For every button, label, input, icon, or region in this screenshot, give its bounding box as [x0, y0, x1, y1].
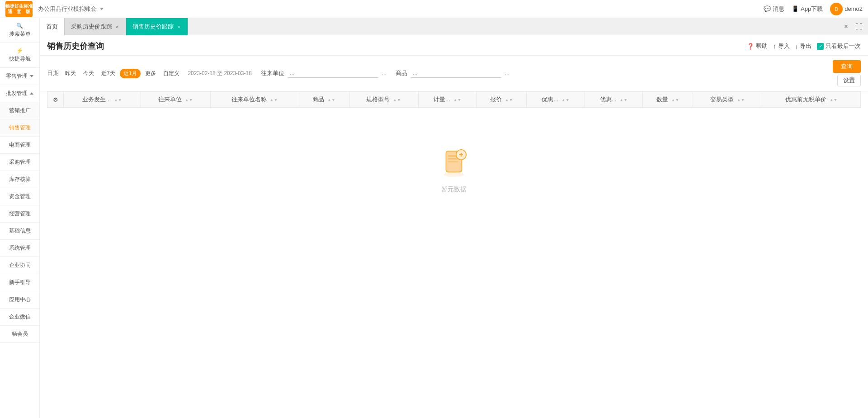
sort-icon: ▲▼ [619, 98, 627, 102]
sort-icon: ▲▼ [830, 98, 838, 102]
col-partner-code[interactable]: 往来单位 ▲▼ [141, 92, 210, 108]
sort-icon: ▲▼ [505, 98, 513, 102]
only-last-checkbox-group[interactable]: ✓ 只看最后一次 [817, 42, 861, 50]
col-goods[interactable]: 商品 ▲▼ [299, 92, 349, 108]
avatar: D [830, 3, 843, 15]
partner-label: 往来单位 [261, 69, 284, 77]
col-qty[interactable]: 数量 ▲▼ [643, 92, 693, 108]
date-opt-last1m[interactable]: 近1月 [120, 69, 141, 78]
empty-text: 暂元数据 [441, 185, 467, 194]
sort-icon: ▲▼ [561, 98, 570, 102]
tab-home[interactable]: 首页 [40, 18, 65, 35]
date-opt-yesterday[interactable]: 昨天 [62, 69, 79, 78]
col-spec[interactable]: 规格型号 ▲▼ [349, 92, 418, 108]
search-icon: 🔍 [16, 23, 23, 29]
date-opt-custom[interactable]: 自定义 [160, 69, 182, 78]
window-close-icon[interactable]: × [842, 22, 850, 32]
export-button[interactable]: ↓ 导出 [795, 42, 812, 50]
col-gear[interactable]: ⚙ [47, 92, 64, 108]
partner-input[interactable] [288, 69, 378, 78]
sidebar-item-retail-mgmt[interactable]: 零售管理 [0, 68, 39, 85]
only-last-checkbox[interactable]: ✓ [817, 43, 824, 50]
app-selector[interactable]: 办公用品行业模拟账套 [38, 5, 764, 13]
tab-sales-history[interactable]: 销售历史价跟踪 × [126, 18, 188, 35]
message-button[interactable]: 💬 消息 [764, 5, 784, 13]
partner-dots: ... [382, 70, 387, 76]
sidebar: 🔍 搜索菜单 ⚡ 快捷导航 零售管理 批发管理 营销推广 销售管理 电商管理 采… [0, 18, 40, 418]
sidebar-item-finance-mgmt[interactable]: 资金管理 [0, 188, 39, 205]
col-trade-type[interactable]: 交易类型 ▲▼ [693, 92, 762, 108]
sidebar-item-new-guide[interactable]: 新手引导 [0, 274, 39, 291]
date-opt-today[interactable]: 今天 [80, 69, 97, 78]
sidebar-item-app-center[interactable]: 应用中心 [0, 291, 39, 309]
sidebar-item-ecom-mgmt[interactable]: 电商管理 [0, 137, 39, 154]
date-range-text: 2023-02-18 至 2023-03-18 [188, 70, 251, 77]
settings-button[interactable]: 设置 [837, 75, 861, 86]
tab-purchase-history[interactable]: 采购历史价跟踪 × [65, 18, 126, 35]
date-opt-more[interactable]: 更多 [142, 69, 159, 78]
sidebar-item-enterprise-collab[interactable]: 企业协同 [0, 257, 39, 274]
sidebar-item-marketing[interactable]: 营销推广 [0, 102, 39, 119]
top-bar: 畅捷通 好生意 标准版 办公用品行业模拟账套 💬 消息 📱 App下载 D de… [0, 0, 868, 18]
sidebar-item-system-mgmt[interactable]: 系统管理 [0, 240, 39, 257]
sidebar-item-wholesale-mgmt[interactable]: 批发管理 [0, 85, 39, 102]
sort-icon: ▲▼ [270, 98, 278, 102]
svg-point-0 [444, 172, 464, 177]
filter-action-area: 查询 设置 [833, 60, 861, 86]
tabs-bar: 首页 采购历史价跟踪 × 销售历史价跟踪 × × ⛶ [40, 18, 868, 35]
sidebar-item-inventory[interactable]: 库存核算 [0, 171, 39, 188]
sort-icon: ▲▼ [185, 98, 193, 102]
chevron-down-icon [100, 8, 104, 10]
page-header-actions: ❓ 帮助 ↑ 导入 ↓ 导出 ✓ 只看最后一 [747, 42, 861, 50]
tab-close-sales-history[interactable]: × [176, 24, 181, 30]
sidebar-item-vip[interactable]: 畅会员 [0, 326, 39, 343]
col-unit[interactable]: 计量... ▲▼ [418, 92, 476, 108]
page-title: 销售历史价查询 [47, 41, 104, 52]
data-table-wrap: ⚙ 业务发生... ▲▼ 往来单位 ▲▼ 往来单位名称 [40, 91, 868, 230]
date-filter-group: 日期 昨天 今天 近7天 近1月 更多 自定义 2023-02-18 至 202… [47, 69, 252, 78]
sidebar-item-basic-info[interactable]: 基础信息 [0, 223, 39, 240]
sidebar-item-sales-mgmt[interactable]: 销售管理 [0, 119, 39, 137]
chevron-up-icon [30, 92, 33, 95]
col-partner-name[interactable]: 往来单位名称 ▲▼ [210, 92, 299, 108]
import-button[interactable]: ↑ 导入 [773, 42, 790, 50]
app-logo[interactable]: 畅捷通 好生意 标准版 [5, 1, 33, 17]
goods-dots: ... [505, 70, 509, 76]
sidebar-item-enterprise-wechat[interactable]: 企业微信 [0, 309, 39, 326]
col-discount1[interactable]: 优惠... ▲▼ [527, 92, 585, 108]
export-icon: ↓ [795, 43, 798, 50]
goods-label: 商品 [396, 69, 407, 77]
window-maximize-icon[interactable]: ⛶ [854, 22, 864, 32]
page-content: 销售历史价查询 ❓ 帮助 ↑ 导入 ↓ 导出 [40, 35, 868, 418]
empty-illustration [436, 144, 472, 180]
sidebar-item-ops-mgmt[interactable]: 经营管理 [0, 205, 39, 223]
check-icon: ✓ [819, 44, 822, 49]
empty-state: 暂元数据 [47, 108, 861, 230]
col-price[interactable]: 报价 ▲▼ [476, 92, 527, 108]
svg-rect-5 [448, 161, 458, 162]
date-opt-last7[interactable]: 近7天 [99, 69, 118, 78]
sort-icon: ▲▼ [737, 98, 745, 102]
partner-filter-group: 往来单位 ... [261, 69, 387, 78]
col-pre-tax-price[interactable]: 优惠前无税单价 ▲▼ [762, 92, 861, 108]
main-container: 🔍 搜索菜单 ⚡ 快捷导航 零售管理 批发管理 营销推广 销售管理 电商管理 采… [0, 18, 868, 418]
col-discount2[interactable]: 优惠... ▲▼ [585, 92, 643, 108]
app-download-icon: 📱 [792, 5, 799, 12]
sidebar-item-search-menu[interactable]: 🔍 搜索菜单 [0, 18, 39, 43]
user-menu-button[interactable]: D demo2 [830, 3, 863, 15]
help-button[interactable]: ❓ 帮助 [747, 42, 768, 50]
page-header: 销售历史价查询 ❓ 帮助 ↑ 导入 ↓ 导出 [40, 35, 868, 56]
sidebar-item-quick-nav[interactable]: ⚡ 快捷导航 [0, 43, 39, 68]
col-biz-date[interactable]: 业务发生... ▲▼ [64, 92, 141, 108]
tab-close-purchase-history[interactable]: × [115, 24, 119, 30]
message-icon: 💬 [764, 5, 771, 12]
date-label: 日期 [47, 69, 59, 77]
filter-bar: 日期 昨天 今天 近7天 近1月 更多 自定义 2023-02-18 至 202… [40, 56, 868, 91]
app-download-button[interactable]: 📱 App下载 [792, 5, 823, 13]
sort-icon: ▲▼ [671, 98, 679, 102]
chevron-down-icon [30, 75, 33, 77]
query-button[interactable]: 查询 [833, 60, 861, 73]
help-icon: ❓ [747, 43, 754, 50]
sidebar-item-purchase-mgmt[interactable]: 采购管理 [0, 154, 39, 171]
goods-input[interactable] [411, 69, 501, 78]
